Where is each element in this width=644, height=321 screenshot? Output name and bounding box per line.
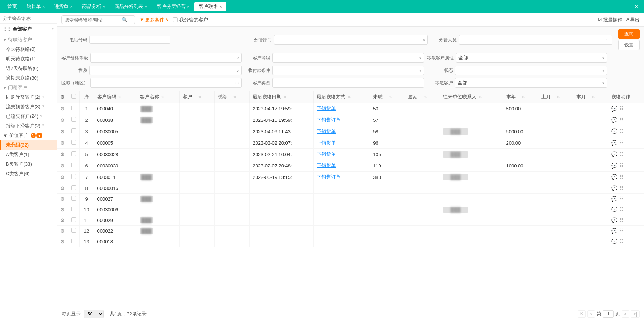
row-check[interactable]: [71, 207, 76, 211]
col-header-contact[interactable]: 联络... ⇅: [215, 91, 250, 103]
sidebar-item-group-b[interactable]: B类客户(33): [0, 159, 57, 169]
more-icon[interactable]: ⠿: [620, 217, 623, 223]
row-last-method[interactable]: [314, 204, 370, 215]
row-gear[interactable]: ⚙: [57, 183, 68, 194]
tab-customer-segment[interactable]: 客户分层经营 ×: [152, 2, 194, 11]
more-icon[interactable]: ⠿: [620, 196, 623, 202]
row-gear[interactable]: ⚙: [57, 114, 68, 126]
row-gear[interactable]: ⚙: [57, 215, 68, 226]
price-grade-select[interactable]: ∨: [90, 53, 242, 63]
sidebar-item-today[interactable]: 今天待联络(0): [0, 45, 57, 54]
contact-icon[interactable]: 💬: [611, 185, 617, 191]
row-check[interactable]: [71, 196, 76, 201]
row-checkbox[interactable]: [68, 215, 79, 226]
next-page-btn[interactable]: >: [622, 310, 629, 318]
problem-customers-group-header[interactable]: ▼ 问题客户: [0, 83, 57, 92]
col-header-ctype[interactable]: 客户... ⇅: [180, 91, 215, 103]
col-header-this-month[interactable]: 本月... ⇅: [573, 91, 608, 103]
more-icon[interactable]: ⠿: [620, 140, 623, 146]
contact-icon[interactable]: 💬: [611, 174, 617, 180]
col-header-overdue[interactable]: 逾期... ⇅: [405, 91, 440, 103]
row-checkbox[interactable]: [68, 172, 79, 183]
col-header-last-date[interactable]: 最后联络日期 ⇅: [250, 91, 314, 103]
method-link[interactable]: 下销售订单: [317, 117, 341, 123]
row-last-method[interactable]: [314, 226, 370, 236]
row-check[interactable]: [71, 174, 76, 179]
method-link[interactable]: 下销货单: [317, 140, 336, 145]
row-last-method[interactable]: 下销货单: [314, 137, 370, 149]
more-icon[interactable]: ⠿: [620, 117, 623, 123]
row-check[interactable]: [71, 117, 76, 122]
sidebar-collapse-btn[interactable]: «: [51, 27, 54, 32]
row-last-method[interactable]: 下销售订单: [314, 114, 370, 126]
col-header-gear[interactable]: ⚙: [57, 91, 68, 103]
sidebar-all-customers[interactable]: ⋮⋮ 全部客户 «: [0, 24, 57, 35]
more-icon[interactable]: ⠿: [620, 207, 623, 212]
row-gear[interactable]: ⚙: [57, 103, 68, 114]
col-header-last-month[interactable]: 上月... ⇅: [538, 91, 573, 103]
row-check[interactable]: [71, 217, 76, 222]
sidebar-item-churn-risk[interactable]: 流失预警客户(3) ?: [0, 102, 57, 112]
first-page-btn[interactable]: K: [578, 310, 586, 318]
tab-product-analysis-list[interactable]: 商品分析列表 ×: [110, 2, 151, 11]
row-last-method[interactable]: [314, 236, 370, 247]
more-icon[interactable]: ⠿: [620, 228, 623, 234]
method-link[interactable]: 下销售订单: [317, 174, 341, 180]
row-last-method[interactable]: 下销货单: [314, 149, 370, 160]
more-icon[interactable]: ⠿: [620, 163, 623, 169]
row-gear[interactable]: ⚙: [57, 149, 68, 160]
sidebar-item-group-c[interactable]: C类客户(6): [0, 169, 57, 179]
close-customer-contact-tab[interactable]: ×: [219, 4, 222, 9]
row-checkbox[interactable]: [68, 226, 79, 236]
contact-icon[interactable]: 💬: [611, 140, 617, 146]
row-check[interactable]: [71, 140, 76, 145]
method-link[interactable]: 下销货单: [317, 163, 336, 168]
col-header-partner[interactable]: 往来单位联系人 ⇅: [440, 91, 503, 103]
row-last-method[interactable]: [314, 183, 370, 194]
row-gear[interactable]: ⚙: [57, 160, 68, 172]
sidebar-item-overdue[interactable]: 逾期未联络(30): [0, 73, 57, 83]
contact-icon[interactable]: 💬: [611, 196, 617, 202]
customer-type-select[interactable]: [272, 78, 425, 88]
row-gear[interactable]: ⚙: [57, 137, 68, 149]
close-purchase-tab[interactable]: ×: [70, 4, 72, 9]
my-customers-check[interactable]: [173, 17, 178, 22]
row-gear[interactable]: ⚙: [57, 194, 68, 204]
sidebar-item-group-a[interactable]: A类客户(1): [0, 150, 57, 159]
row-gear[interactable]: ⚙: [57, 226, 68, 236]
row-gear[interactable]: ⚙: [57, 172, 68, 183]
export-btn[interactable]: ↗ 导出: [625, 17, 640, 23]
contact-icon[interactable]: 💬: [611, 239, 617, 244]
sidebar-item-unclassified[interactable]: 未分组(32): [0, 140, 57, 150]
tab-purchase[interactable]: 进货单 ×: [50, 2, 77, 11]
row-checkbox[interactable]: [68, 183, 79, 194]
tab-product-analysis[interactable]: 商品分析 ×: [78, 2, 109, 11]
row-gear[interactable]: ⚙: [57, 204, 68, 215]
row-checkbox[interactable]: [68, 194, 79, 204]
tab-customer-contact[interactable]: 客户联络 ×: [194, 2, 226, 11]
page-number-input[interactable]: [603, 310, 614, 318]
query-btn[interactable]: 查询: [618, 29, 640, 39]
more-icon[interactable]: ⠿: [620, 239, 623, 244]
row-checkbox[interactable]: [68, 236, 79, 247]
more-icon[interactable]: ⠿: [620, 128, 623, 134]
contact-icon[interactable]: 💬: [611, 207, 617, 212]
status-select[interactable]: ∨: [455, 66, 607, 75]
per-page-select[interactable]: 50 100 200: [84, 310, 104, 318]
tab-home[interactable]: 首页: [3, 2, 21, 11]
sidebar-search-input[interactable]: [3, 16, 57, 21]
row-checkbox[interactable]: [68, 137, 79, 149]
retail-attr-select[interactable]: 全部 ∨: [456, 53, 607, 63]
close-sales-tab[interactable]: ×: [42, 4, 45, 9]
tab-sales[interactable]: 销售单 ×: [22, 2, 49, 11]
col-header-this-year[interactable]: 本年... ⇅: [503, 91, 538, 103]
contact-icon[interactable]: 💬: [611, 163, 617, 169]
contact-icon[interactable]: 💬: [611, 128, 617, 134]
row-gear[interactable]: ⚙: [57, 236, 68, 247]
close-customer-segment-tab[interactable]: ×: [187, 4, 189, 9]
row-check[interactable]: [71, 228, 76, 233]
sidebar-item-abnormal-purchase[interactable]: 固购异常客户(2) ?: [0, 92, 57, 102]
person-select[interactable]: ···: [459, 35, 612, 45]
region-select[interactable]: ···: [90, 78, 242, 88]
col-header-name[interactable]: 客户名称 ⇅: [137, 91, 179, 103]
